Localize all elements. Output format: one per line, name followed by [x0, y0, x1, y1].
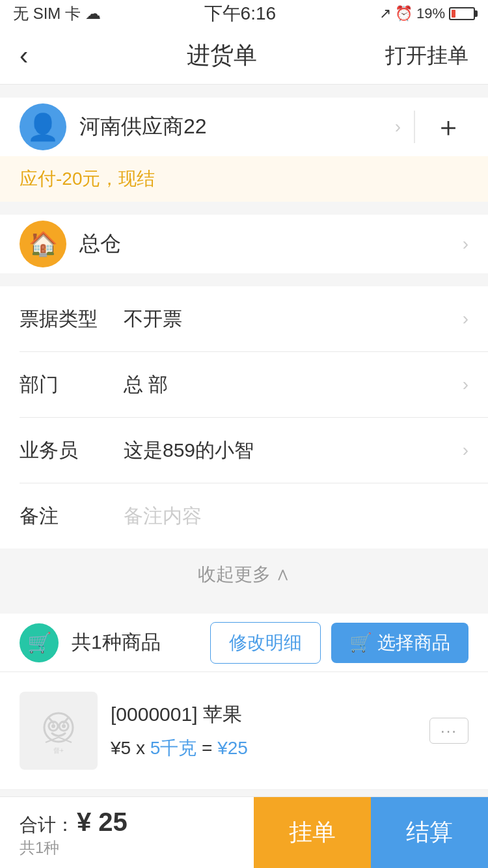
salesperson-row[interactable]: 业务员 这是859的小智 › [0, 418, 488, 483]
invoice-type-value: 不开票 [111, 306, 463, 332]
product-name: [0000001] 苹果 [111, 701, 429, 728]
invoice-type-chevron: › [463, 308, 468, 329]
total-label: 合计： [20, 813, 74, 837]
person-icon: 👤 [27, 112, 59, 142]
page-title: 进货单 [187, 40, 257, 72]
edit-detail-button[interactable]: 修改明细 [210, 622, 321, 664]
product-count-icon: 🛒 [20, 623, 59, 662]
warehouse-icon: 🏠 [29, 230, 58, 258]
checkout-button[interactable]: 结算 [371, 797, 488, 868]
salesperson-label: 业务员 [20, 437, 111, 464]
svg-text:督+: 督+ [53, 747, 64, 754]
collapse-row[interactable]: 收起更多 ∧ [0, 549, 488, 601]
product-header: 🛒 共1种商品 修改明细 🛒 选择商品 [0, 614, 488, 672]
divider-2 [0, 273, 488, 286]
battery-percent: 19% [416, 5, 445, 22]
product-code: [0000001] [111, 703, 197, 725]
status-time: 下午6:16 [204, 1, 277, 26]
warehouse-chevron-icon: › [463, 234, 468, 254]
hang-button[interactable]: 挂单 [254, 797, 371, 868]
multiply-sign: x [136, 738, 150, 758]
product-placeholder-icon: 督+ [33, 705, 85, 757]
department-chevron: › [463, 374, 468, 395]
equals-sign: = [202, 738, 217, 758]
battery-icon [449, 7, 475, 20]
salesperson-value: 这是859的小智 [111, 437, 463, 464]
svg-point-3 [51, 724, 55, 728]
quantity: 5千克 [150, 738, 197, 758]
product-info: [0000001] 苹果 ¥5 x 5千克 = ¥25 [111, 701, 429, 761]
total-row: 合计： ¥ 25 [20, 807, 234, 837]
total-section: 合计： ¥ 25 共1种 [0, 797, 254, 868]
invoice-type-row[interactable]: 票据类型 不开票 › [0, 286, 488, 351]
product-item: 督+ [0000001] 苹果 ¥5 x 5千克 = ¥25 ··· [0, 672, 488, 790]
status-bar: 无 SIM 卡 ☁ 下午6:16 ↗ ⏰ 19% [0, 0, 488, 27]
supplier-section: 👤 河南供应商22 › ＋ 应付-20元，现结 [0, 98, 488, 202]
supplier-chevron-icon: › [395, 116, 401, 137]
unit-price: ¥5 [111, 738, 131, 758]
warehouse-name: 总仓 [79, 230, 463, 258]
svg-point-4 [62, 724, 66, 728]
item-total: ¥25 [217, 738, 248, 758]
status-bar-right: ↗ ⏰ 19% [379, 5, 475, 22]
top-divider [0, 85, 488, 98]
total-count: 共1种 [20, 837, 234, 858]
supplier-name: 河南供应商22 [79, 113, 395, 141]
open-hang-button[interactable]: 打开挂单 [385, 42, 468, 70]
sim-status: 无 SIM 卡 ☁ [13, 3, 101, 24]
product-count-label: 共1种商品 [72, 629, 210, 656]
alarm-icon: ⏰ [395, 5, 413, 22]
bottom-bar: 合计： ¥ 25 共1种 挂单 结算 [0, 796, 488, 868]
total-amount: ¥ 25 [77, 807, 128, 837]
product-price: ¥5 x 5千克 = ¥25 [111, 736, 429, 761]
status-bar-left: 无 SIM 卡 ☁ [13, 3, 101, 24]
cart-icon: 🛒 [349, 632, 372, 653]
more-options-button[interactable]: ··· [429, 718, 468, 744]
back-button[interactable]: ‹ [20, 41, 59, 70]
nav-bar: ‹ 进货单 打开挂单 [0, 27, 488, 85]
select-product-label: 选择商品 [377, 631, 450, 655]
location-icon: ↗ [379, 5, 391, 22]
warehouse-icon-wrap: 🏠 [20, 221, 66, 267]
salesperson-chevron: › [463, 440, 468, 461]
divider-1 [0, 202, 488, 215]
department-row[interactable]: 部门 总 部 › [0, 352, 488, 417]
remark-label: 备注 [20, 503, 111, 530]
select-product-button[interactable]: 🛒 选择商品 [331, 623, 468, 663]
supplier-divider [414, 111, 415, 143]
department-label: 部门 [20, 372, 111, 398]
supplier-avatar: 👤 [20, 103, 66, 150]
department-value: 总 部 [111, 372, 463, 398]
collapse-label: 收起更多 ∧ [198, 562, 291, 587]
form-section: 票据类型 不开票 › 部门 总 部 › 业务员 这是859的小智 › 备注 备注… [0, 286, 488, 549]
remark-row[interactable]: 备注 备注内容 [0, 483, 488, 549]
supplier-row[interactable]: 👤 河南供应商22 › ＋ [0, 98, 488, 156]
warehouse-section: 🏠 总仓 › [0, 215, 488, 273]
info-banner: 应付-20元，现结 [0, 156, 488, 202]
product-title: 苹果 [203, 703, 242, 725]
product-section: 🛒 共1种商品 修改明细 🛒 选择商品 督+ [0, 614, 488, 790]
product-thumbnail: 督+ [20, 692, 98, 770]
warehouse-row[interactable]: 🏠 总仓 › [0, 215, 488, 273]
add-button[interactable]: ＋ [428, 109, 468, 145]
remark-input[interactable]: 备注内容 [111, 503, 468, 530]
invoice-type-label: 票据类型 [20, 306, 111, 332]
